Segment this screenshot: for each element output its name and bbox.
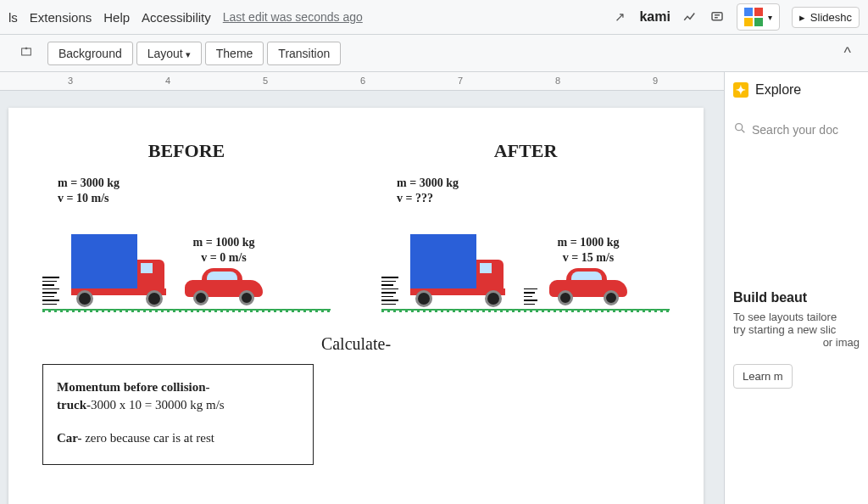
motion-lines bbox=[381, 274, 398, 307]
trend-icon[interactable] bbox=[682, 9, 698, 25]
google-meet-button[interactable]: ▾ bbox=[737, 3, 780, 31]
slide-canvas[interactable]: BEFORE m = 3000 kg v = 10 m/s bbox=[8, 108, 704, 504]
ground-line bbox=[381, 309, 670, 312]
slideshow-button[interactable]: ▸ Slideshc bbox=[792, 7, 860, 28]
search-icon bbox=[733, 121, 747, 137]
car-after-mass: m = 1000 kg bbox=[558, 235, 620, 250]
truck-icon bbox=[410, 234, 512, 307]
car-before-velocity: v = 0 m/s bbox=[193, 250, 255, 266]
menu-tools-fragment[interactable]: ls bbox=[8, 10, 18, 25]
explore-panel: ✦ Explore Search your doc Build beaut To… bbox=[724, 72, 868, 504]
menubar: ls Extensions Help Accessibility Last ed… bbox=[0, 0, 868, 35]
explore-search-placeholder: Search your doc bbox=[752, 123, 838, 137]
calc-line-2: truck-3000 x 10 = 30000 kg m/s bbox=[57, 398, 299, 412]
calculate-heading: Calculate- bbox=[42, 334, 670, 354]
background-button[interactable]: Background bbox=[47, 42, 133, 65]
open-external-icon: ↗ bbox=[612, 9, 627, 25]
menu-help[interactable]: Help bbox=[103, 10, 130, 25]
play-icon: ▸ bbox=[799, 11, 805, 24]
ruler-tick: 7 bbox=[458, 76, 463, 86]
svg-point-2 bbox=[736, 124, 743, 131]
ruler-tick: 6 bbox=[360, 76, 365, 86]
truck-after-mass: m = 3000 kg bbox=[397, 176, 670, 191]
truck-before-mass: m = 3000 kg bbox=[58, 176, 331, 191]
car-icon bbox=[549, 265, 627, 307]
ruler-tick: 3 bbox=[68, 76, 73, 86]
explore-promo-line: or imag bbox=[733, 336, 860, 349]
calculation-box: Momentum before collision- truck-3000 x … bbox=[42, 364, 314, 465]
explore-title: Explore bbox=[755, 82, 801, 98]
after-heading: AFTER bbox=[381, 140, 670, 162]
ruler-tick: 8 bbox=[555, 76, 560, 86]
ground-line bbox=[42, 309, 331, 312]
slideshow-label: Slideshc bbox=[810, 11, 852, 24]
before-scene: BEFORE m = 3000 kg v = 10 m/s bbox=[42, 140, 331, 312]
truck-before-velocity: v = 10 m/s bbox=[58, 191, 331, 206]
car-before-mass: m = 1000 kg bbox=[193, 235, 255, 250]
last-edit-status[interactable]: Last edit was seconds ago bbox=[223, 10, 363, 24]
new-slide-button[interactable] bbox=[8, 40, 44, 66]
explore-plus-icon: ✦ bbox=[733, 82, 748, 98]
ruler-tick: 5 bbox=[263, 76, 268, 86]
kami-extension-label[interactable]: kami bbox=[639, 9, 670, 25]
calc-line-3: Car- zero because car is at rest bbox=[57, 431, 299, 445]
motion-lines bbox=[524, 286, 537, 308]
meet-icon bbox=[744, 8, 763, 26]
motion-lines bbox=[42, 274, 59, 307]
layout-label: Layout bbox=[147, 47, 183, 60]
learn-more-button[interactable]: Learn m bbox=[733, 364, 793, 389]
car-after-velocity: v = 15 m/s bbox=[558, 250, 620, 266]
car-icon bbox=[185, 265, 263, 307]
explore-promo-line: try starting a new slic bbox=[733, 323, 860, 336]
menu-accessibility[interactable]: Accessibility bbox=[142, 10, 211, 25]
before-heading: BEFORE bbox=[42, 140, 331, 162]
transition-button[interactable]: Transition bbox=[267, 42, 341, 65]
explore-search[interactable]: Search your doc bbox=[733, 121, 860, 137]
collapse-toolbar-button[interactable]: ^ bbox=[844, 44, 860, 62]
ruler-tick: 9 bbox=[653, 76, 658, 86]
layout-button[interactable]: Layout▾ bbox=[136, 42, 202, 65]
svg-rect-0 bbox=[712, 13, 722, 20]
comments-icon[interactable] bbox=[709, 9, 725, 25]
ruler-tick: 4 bbox=[165, 76, 170, 86]
explore-promo-title: Build beaut bbox=[733, 290, 860, 305]
explore-promo-line: To see layouts tailore bbox=[733, 311, 860, 323]
truck-after-velocity: v = ??? bbox=[397, 191, 670, 206]
menu-extensions[interactable]: Extensions bbox=[30, 10, 92, 25]
after-scene: AFTER m = 3000 kg v = ??? bbox=[381, 140, 670, 312]
truck-icon bbox=[71, 234, 173, 307]
theme-button[interactable]: Theme bbox=[205, 42, 264, 65]
horizontal-ruler: 3 4 5 6 7 8 9 bbox=[0, 72, 724, 91]
calc-line-1: Momentum before collision- bbox=[57, 380, 299, 395]
slide-toolbar: Background Layout▾ Theme Transition ^ bbox=[0, 35, 868, 72]
chevron-down-icon: ▾ bbox=[186, 49, 191, 59]
